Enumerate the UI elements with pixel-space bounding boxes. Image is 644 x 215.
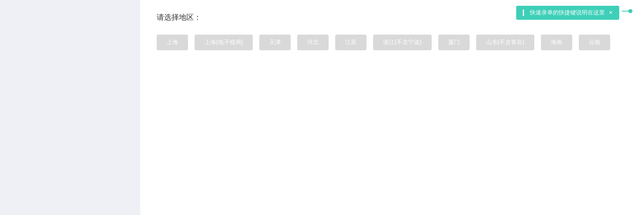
- region-button-hebei[interactable]: 河北: [297, 35, 329, 50]
- tooltip-banner: 快速录单的快捷键说明在这里 ×: [516, 6, 619, 20]
- region-buttons: 上海上海(电子税局)天津河北江苏浙江(不含宁波)厦门山东(不含青岛)海南云南: [157, 35, 628, 50]
- tooltip-dot: [628, 9, 632, 13]
- region-button-jiangsu[interactable]: 江苏: [335, 35, 367, 50]
- region-button-tianjin[interactable]: 天津: [259, 35, 291, 50]
- region-button-yunnan[interactable]: 云南: [579, 35, 610, 50]
- region-button-shanghai-etax[interactable]: 上海(电子税局): [195, 35, 253, 50]
- region-button-shanghai[interactable]: 上海: [157, 35, 188, 50]
- region-button-xiamen[interactable]: 厦门: [438, 35, 470, 50]
- region-button-shandong[interactable]: 山东(不含青岛): [476, 35, 534, 50]
- region-button-zhejiang[interactable]: 浙江(不含宁波): [373, 35, 431, 50]
- tooltip-text: 快速录单的快捷键说明在这里: [530, 9, 605, 16]
- sidebar: [0, 0, 140, 215]
- region-button-hainan[interactable]: 海南: [541, 35, 572, 50]
- tooltip-close-button[interactable]: ×: [609, 9, 613, 16]
- main-content: 请选择地区： 上海上海(电子税局)天津河北江苏浙江(不含宁波)厦门山东(不含青岛…: [140, 0, 644, 215]
